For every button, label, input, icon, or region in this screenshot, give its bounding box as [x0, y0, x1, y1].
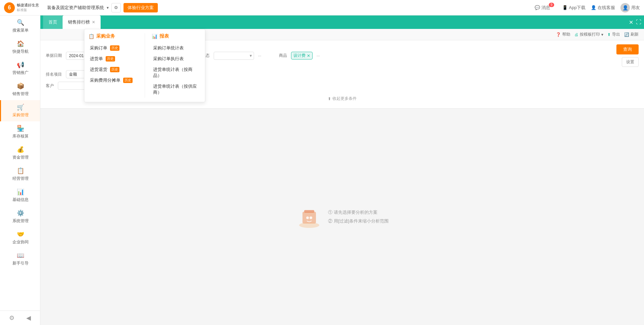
goods-tag-close-icon[interactable]: ✕ — [307, 53, 310, 58]
sidebar-item-enterprise[interactable]: 🤝 企业协同 — [0, 227, 40, 248]
settings-small-button[interactable]: 设置 — [622, 57, 639, 67]
industry-btn[interactable]: 体验行业方案 — [123, 3, 158, 12]
empty-hint-1: 请先选择要分析的方案 — [328, 208, 389, 217]
search-icon: 🔍 — [17, 19, 24, 26]
export-label: 导出 — [612, 32, 620, 37]
main-layout: 🔍 搜索菜单 🏠 快捷导航 📢 营销推广 📦 销售管理 🛒 采购管理 🏪 库存核… — [0, 15, 644, 325]
sidebar-item-sales[interactable]: 📦 销售管理 — [0, 79, 40, 100]
sidebar-item-system[interactable]: ⚙️ 系统管理 — [0, 206, 40, 227]
sidebar-settings-btn[interactable]: ⚙ — [9, 314, 14, 322]
goods-more[interactable]: ··· — [317, 53, 320, 58]
goods-tag: 设计费 ✕ — [291, 52, 313, 59]
sidebar-item-purchase[interactable]: 🛒 采购管理 — [0, 100, 40, 121]
purchase-dropdown-menu: 📋 采购业务 采购订单 历史 进货单 历史 进货退货 历史 采购费用分摊单 — [84, 29, 205, 102]
status-select-wrapper — [214, 52, 254, 60]
goods-receipt-stats-goods-item[interactable]: 进货单统计表（按商品） — [152, 64, 201, 81]
sidebar-collapse-btn[interactable]: ◀ — [26, 314, 31, 322]
purchase-expense-history-badge: 历史 — [123, 78, 133, 83]
search-button[interactable]: 查询 — [616, 44, 639, 54]
user-item[interactable]: 👤 用友 — [620, 3, 640, 12]
sidebar-item-inventory[interactable]: 🏪 库存核算 — [0, 121, 40, 143]
sales-icon: 📦 — [17, 82, 24, 90]
purchase-order-stats-label: 采购订单统计表 — [153, 45, 184, 51]
refresh-icon: 🔄 — [624, 32, 629, 37]
user-name: 用友 — [631, 5, 640, 11]
purchase-expense-item[interactable]: 采购费用分摊单 历史 — [88, 75, 138, 86]
goods-return-label: 进货退货 — [90, 67, 107, 73]
sidebar-item-nav[interactable]: 🏠 快捷导航 — [0, 37, 40, 58]
sidebar-item-basic-info[interactable]: 📊 基础信息 — [0, 185, 40, 206]
goods-receipt-stats-supplier-item[interactable]: 进货单统计表（按供应商） — [152, 81, 201, 98]
tabs-bar: 首页 销售排行榜 ✕ ✕ ⛶ — [40, 15, 644, 29]
header-right: 💬 消息 9 📱 App下载 👤 在线客服 👤 用友 — [535, 3, 640, 12]
sidebar-item-search[interactable]: 🔍 搜索菜单 — [0, 15, 40, 37]
logo-icon: 6 — [4, 2, 15, 13]
content-area: 首页 销售排行榜 ✕ ✕ ⛶ ❓ 帮助 🖨 按模板打印 ▾ ⬆ — [40, 15, 644, 325]
help-btn[interactable]: ❓ 帮助 — [556, 32, 570, 37]
purchase-order-exec-item[interactable]: 采购订单执行表 — [152, 53, 201, 64]
goods-receipt-label: 进货单 — [90, 56, 103, 62]
purchase-business-title: 📋 采购业务 — [88, 33, 138, 39]
empty-state: 请先选择要分析的方案 用[过滤]条件来缩小分析范围 — [40, 109, 644, 325]
service-icon: 👤 — [591, 5, 596, 10]
purchase-order-item[interactable]: 采购订单 历史 — [88, 43, 138, 53]
sidebar-item-marketing-label: 营销推广 — [12, 70, 29, 76]
purchase-expense-label: 采购费用分摊单 — [90, 77, 120, 83]
system-dropdown-btn[interactable]: ▾ — [107, 5, 109, 10]
tab-expand-icon[interactable]: ⛶ — [636, 19, 641, 25]
tab-home-label: 首页 — [48, 19, 57, 25]
tab-close-icon[interactable]: ✕ — [92, 20, 95, 25]
sidebar-item-finance[interactable]: 💰 资金管理 — [0, 143, 40, 164]
tab-close-all-icon[interactable]: ✕ — [629, 19, 633, 26]
svg-rect-2 — [304, 210, 314, 213]
sidebar-item-marketing[interactable]: 📢 营销推广 — [0, 58, 40, 79]
sidebar-item-enterprise-label: 企业协同 — [12, 239, 29, 245]
top-header: 6 畅捷通好生意 标准版 装备及固定资产辅助管理系统 ▾ ⚙ 体验行业方案 💬 … — [0, 0, 644, 15]
header-settings-btn[interactable]: ⚙ — [111, 3, 121, 12]
status-more[interactable]: ··· — [258, 53, 261, 58]
export-btn[interactable]: ⬆ 导出 — [607, 32, 620, 37]
refresh-btn[interactable]: 🔄 刷新 — [624, 32, 639, 37]
online-service-item[interactable]: 👤 在线客服 — [591, 5, 615, 11]
print-icon: 🖨 — [574, 32, 578, 37]
goods-receipt-item[interactable]: 进货单 历史 — [88, 53, 138, 64]
logo-text: 畅捷通好生意 — [17, 3, 39, 7]
sidebar-item-search-label: 搜索菜单 — [12, 28, 29, 33]
export-icon: ⬆ — [607, 32, 611, 37]
print-btn[interactable]: 🖨 按模板打印 ▾ — [574, 32, 603, 37]
logo-area: 6 畅捷通好生意 标准版 — [4, 2, 44, 13]
system-title: 装备及固定资产辅助管理系统 — [47, 5, 104, 11]
sidebar-item-guide[interactable]: 📖 新手引导 — [0, 248, 40, 270]
date-label: 单据日期 — [46, 53, 62, 58]
sidebar-item-nav-label: 快捷导航 — [12, 49, 29, 54]
collapse-label: 收起更多条件 — [332, 96, 357, 101]
purchase-order-stats-item[interactable]: 采购订单统计表 — [152, 43, 201, 53]
menu-divider — [145, 33, 145, 98]
purchase-business-col: 📋 采购业务 采购订单 历史 进货单 历史 进货退货 历史 采购费用分摊单 — [88, 33, 138, 98]
operations-icon: 📋 — [17, 167, 24, 174]
sidebar-bottom: ⚙ ◀ — [0, 311, 40, 325]
purchase-report-title: 📊 报表 — [152, 33, 201, 39]
rank-label: 排名项目 — [46, 72, 62, 77]
purchase-business-title-text: 采购业务 — [96, 33, 115, 39]
app-download-item[interactable]: 📱 App下载 — [562, 5, 585, 11]
enterprise-icon: 🤝 — [17, 231, 24, 238]
header-middle: 装备及固定资产辅助管理系统 ▾ ⚙ 体验行业方案 — [44, 3, 535, 12]
tab-home[interactable]: 首页 — [43, 15, 63, 29]
marketing-icon: 📢 — [17, 61, 24, 69]
sidebar-item-operations[interactable]: 📋 经营管理 — [0, 164, 40, 185]
inventory-icon: 🏪 — [17, 125, 24, 132]
help-icon: ❓ — [556, 32, 561, 37]
notification-item[interactable]: 💬 消息 9 — [535, 5, 557, 11]
notification-badge: 9 — [549, 3, 554, 7]
tab-sales-ranking[interactable]: 销售排行榜 ✕ — [63, 15, 101, 29]
svg-point-4 — [310, 216, 312, 219]
tab-sales-ranking-label: 销售排行榜 — [68, 19, 90, 25]
sidebar-item-purchase-label: 采购管理 — [12, 112, 29, 118]
sidebar-item-basic-info-label: 基础信息 — [12, 197, 29, 203]
goods-return-item[interactable]: 进货退货 历史 — [88, 64, 138, 75]
status-select[interactable] — [214, 52, 254, 60]
sidebar-item-inventory-label: 库存核算 — [12, 133, 29, 139]
online-service-label: 在线客服 — [598, 5, 615, 11]
print-label: 按模板打印 — [580, 32, 600, 37]
